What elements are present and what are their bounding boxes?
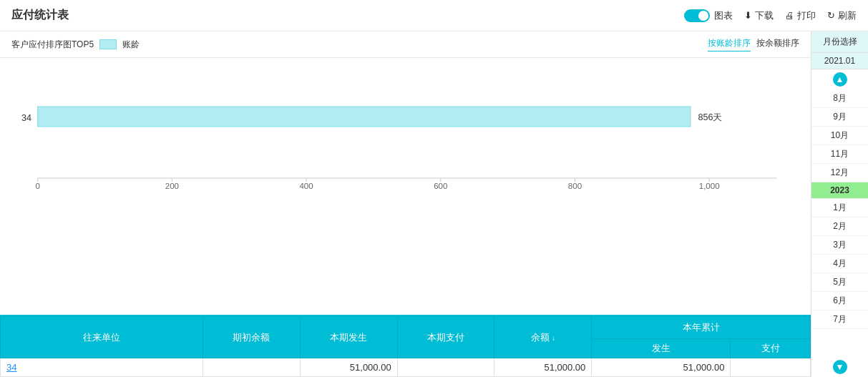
bar-chart: 34 856天 0 200 400 600 (11, 64, 799, 221)
col-current-pay: 本期支付 (397, 317, 494, 358)
sidebar-month-header: 月份选择 (811, 31, 868, 53)
sort-tab-balance[interactable]: 按余额排序 (756, 37, 799, 52)
table-body: 34 51,000.00 51,000.00 51,000.00 (1, 358, 811, 377)
month-item[interactable]: 11月 (811, 145, 868, 164)
cell-ytd-pay (731, 358, 811, 377)
cell-ytd-occur: 51,000.00 (592, 358, 731, 377)
print-icon: 🖨 (785, 10, 794, 21)
month-item[interactable]: 5月 (811, 273, 868, 292)
sidebar-nav-up: ▲ (811, 69, 868, 89)
print-label: 打印 (797, 9, 816, 22)
col-ytd: 本年累计 (592, 317, 811, 339)
refresh-button[interactable]: ↻ 刷新 (827, 9, 857, 22)
nav-down-arrow[interactable]: ▼ (833, 360, 847, 374)
download-button[interactable]: ⬇ 下载 (744, 9, 774, 22)
chart-toggle[interactable] (684, 9, 710, 22)
col-ytd-occur: 发生 (592, 339, 731, 358)
data-table: 往来单位 期初余额 本期发生 本期支付 余额 ↓ 本年累计 (0, 316, 811, 377)
month-item[interactable]: 2月 (811, 217, 868, 236)
print-button[interactable]: 🖨 打印 (785, 9, 816, 22)
sidebar-nav-down: ▼ (811, 357, 868, 377)
col-current-occur: 本期发生 (300, 317, 397, 358)
cell-current-occur: 51,000.00 (300, 358, 397, 377)
col-opening: 期初余额 (203, 317, 301, 358)
sidebar-year-display: 2021.01 (811, 53, 868, 69)
svg-text:34: 34 (21, 113, 31, 123)
month-item[interactable]: 8月 (811, 89, 868, 108)
refresh-icon: ↻ (827, 10, 835, 21)
refresh-label: 刷新 (838, 9, 857, 22)
legend-box-label: 账龄 (122, 39, 140, 51)
sort-tabs: 按账龄排序 按余额排序 (708, 37, 799, 52)
month-item[interactable]: 4月 (811, 255, 868, 273)
table-row: 34 51,000.00 51,000.00 51,000.00 (1, 358, 811, 377)
download-label: 下载 (755, 9, 774, 22)
cell-opening (203, 358, 301, 377)
nav-up-arrow[interactable]: ▲ (833, 72, 847, 87)
table-header-row: 往来单位 期初余额 本期发生 本期支付 余额 ↓ 本年累计 (1, 317, 811, 339)
cell-unit[interactable]: 34 (1, 358, 203, 377)
svg-text:856天: 856天 (698, 112, 721, 122)
month-item[interactable]: 1月 (811, 199, 868, 217)
download-icon: ⬇ (744, 10, 752, 21)
svg-text:800: 800 (568, 182, 582, 190)
cell-current-pay (397, 358, 494, 377)
chart-toggle-label: 图表 (714, 9, 733, 22)
month-item[interactable]: 7月 (811, 310, 868, 329)
chart-legend: 客户应付排序图TOP5 账龄 (11, 39, 140, 51)
page-header: 应付统计表 图表 ⬇ 下载 🖨 打印 ↻ 刷新 (0, 0, 868, 31)
month-item[interactable]: 3月 (811, 236, 868, 255)
col-balance: 余额 ↓ (494, 317, 592, 358)
month-item[interactable]: 12月 (811, 164, 868, 182)
month-item[interactable]: 2023 (811, 182, 868, 199)
page-title: 应付统计表 (11, 8, 69, 23)
right-sidebar: 月份选择 2021.01 ▲ 8月9月10月11月12月20231月2月3月4月… (811, 31, 868, 377)
content-wrapper: 客户应付排序图TOP5 账龄 按账龄排序 按余额排序 34 (0, 31, 811, 377)
sort-tab-debt[interactable]: 按账龄排序 (708, 37, 751, 52)
chart-container: 34 856天 0 200 400 600 (0, 58, 811, 315)
month-item[interactable]: 10月 (811, 127, 868, 145)
month-item[interactable]: 6月 (811, 292, 868, 310)
svg-text:200: 200 (165, 182, 179, 190)
col-ytd-pay: 支付 (731, 339, 811, 358)
col-from-unit: 往来单位 (1, 317, 203, 358)
chart-header: 客户应付排序图TOP5 账龄 按账龄排序 按余额排序 (0, 31, 811, 58)
balance-sort-icon[interactable]: ↓ (552, 334, 555, 342)
svg-rect-1 (38, 107, 691, 127)
svg-text:1,000: 1,000 (699, 182, 720, 190)
chart-toggle-wrap: 图表 (684, 9, 733, 22)
table-wrapper: 往来单位 期初余额 本期发生 本期支付 余额 ↓ 本年累计 (0, 316, 811, 377)
chart-area: 客户应付排序图TOP5 账龄 按账龄排序 按余额排序 34 (0, 31, 811, 377)
main-content: 客户应付排序图TOP5 账龄 按账龄排序 按余额排序 34 (0, 31, 868, 377)
svg-text:600: 600 (434, 182, 447, 190)
svg-text:0: 0 (35, 182, 39, 190)
sidebar-months: 8月9月10月11月12月20231月2月3月4月5月6月7月 (811, 89, 868, 357)
table-area: 往来单位 期初余额 本期发生 本期支付 余额 ↓ 本年累计 (0, 315, 811, 377)
svg-text:400: 400 (299, 182, 313, 190)
legend-box (99, 39, 117, 49)
month-item[interactable]: 9月 (811, 108, 868, 127)
cell-balance: 51,000.00 (494, 358, 592, 377)
header-actions: 图表 ⬇ 下载 🖨 打印 ↻ 刷新 (684, 9, 857, 22)
legend-text: 客户应付排序图TOP5 (11, 39, 94, 51)
